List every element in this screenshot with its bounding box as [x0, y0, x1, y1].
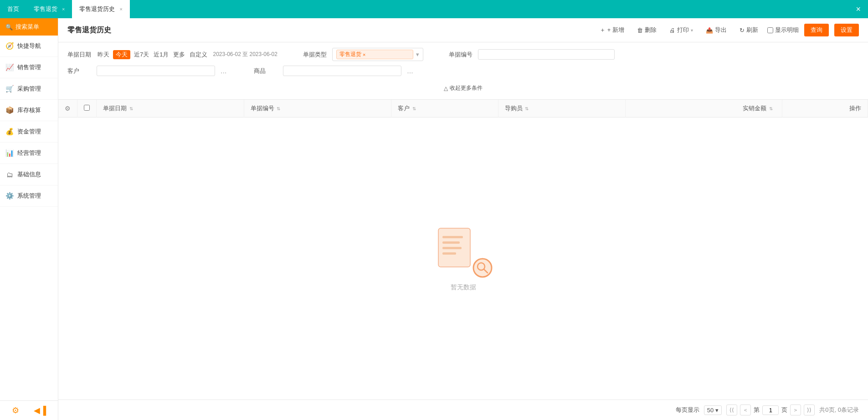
page-jump-label: 第 [754, 406, 760, 414]
main-layout: 🔍 搜索菜单 🧭 快捷导航 📈 销售管理 🛒 采购管理 📦 库存核算 💰 资金管… [0, 18, 868, 420]
collapse-button[interactable]: △ 收起更多条件 [444, 82, 483, 94]
shortcut-custom[interactable]: 自定义 [189, 50, 208, 59]
sidebar-item-operations[interactable]: 📊 经营管理 [0, 143, 58, 164]
page-title: 零售退货历史 [67, 26, 111, 35]
last-page-button[interactable]: ⟩⟩ [804, 405, 815, 415]
sidebar-item-basic-info[interactable]: 🗂 基础信息 [0, 164, 58, 185]
tab-close-retail-return-history[interactable]: × [119, 6, 122, 12]
th-operations: 操作 [782, 100, 868, 118]
svg-rect-3 [442, 247, 462, 249]
sidebar: 🔍 搜索菜单 🧭 快捷导航 📈 销售管理 🛒 采购管理 📦 库存核算 💰 资金管… [0, 18, 58, 420]
filter-row-1: 单据日期 昨天 今天 近7天 近1月 更多 自定义 2023-06-02 至 2… [67, 48, 859, 61]
tab-label: 首页 [7, 5, 19, 13]
new-label: + 新增 [607, 26, 624, 34]
empty-icon-container [436, 226, 491, 276]
tab-close-retail-return[interactable]: × [62, 6, 65, 12]
customer-ellipsis[interactable]: ... [219, 67, 228, 75]
header-actions: ＋ + 新增 🗑 删除 🖨 打印 ▾ 📤 导出 ↻ [596, 24, 859, 36]
page-size-select[interactable]: 50 ▾ [704, 405, 722, 415]
th-settings: ⚙ [58, 100, 77, 118]
print-button[interactable]: 🖨 打印 ▾ [666, 24, 697, 36]
sidebar-item-purchase-mgmt[interactable]: 🛒 采购管理 [0, 78, 58, 100]
customer-filter: 客户 ... [67, 66, 228, 76]
tab-retail-return[interactable]: 零售退货× [26, 0, 72, 18]
empty-search-svg [472, 257, 493, 278]
table-gear-icon[interactable]: ⚙ [65, 105, 71, 112]
sidebar-item-system-mgmt[interactable]: ⚙️ 系统管理 [0, 185, 58, 207]
new-button[interactable]: ＋ + 新增 [596, 24, 628, 36]
page-size-label: 每页显示 [676, 406, 699, 414]
number-input[interactable] [478, 49, 615, 60]
date-range-display: 2023-06-02 至 2023-06-02 [213, 51, 277, 58]
sidebar-item-label-inventory: 库存核算 [17, 106, 41, 114]
sidebar-item-finance[interactable]: 💰 资金管理 [0, 121, 58, 143]
export-label: 导出 [715, 26, 727, 34]
empty-state: 暂无数据 [58, 118, 868, 400]
sidebar-bottom: ⚙ ◀▐ [0, 400, 58, 420]
select-all-checkbox[interactable] [84, 105, 90, 111]
filter-area: 单据日期 昨天 今天 近7天 近1月 更多 自定义 2023-06-02 至 2… [58, 42, 868, 100]
display-checkbox[interactable] [767, 27, 773, 33]
sidebar-item-quick-nav[interactable]: 🧭 快捷导航 [0, 36, 58, 57]
tab-retail-return-history[interactable]: 零售退货历史× [72, 0, 129, 18]
prev-page-button[interactable]: ＜ [740, 405, 751, 415]
tab-home[interactable]: 首页 [0, 0, 26, 18]
date-shortcuts: 昨天 今天 近7天 近1月 更多 自定义 2023-06-02 至 2023-0… [97, 50, 277, 59]
shortcut-today[interactable]: 今天 [113, 50, 130, 59]
svg-rect-2 [442, 241, 460, 244]
export-button[interactable]: 📤 导出 [702, 24, 730, 36]
window-close-button[interactable]: × [856, 5, 868, 14]
sidebar-item-inventory[interactable]: 📦 库存核算 [0, 100, 58, 121]
setting-button[interactable]: 设置 [834, 24, 859, 36]
data-table: ⚙ 单据日期 ⇅ 单据编号 ⇅ [58, 100, 868, 118]
filter-row-2: 客户 ... 商品 ... [67, 66, 859, 76]
type-dropdown-icon: ▾ [416, 51, 419, 58]
goods-filter: 商品 ... [254, 66, 415, 76]
page-number-input[interactable] [762, 405, 779, 415]
refresh-button[interactable]: ↻ 刷新 [736, 24, 762, 36]
tab-label: 零售退货 [34, 5, 57, 13]
display-toggle[interactable]: 显示明细 [767, 26, 799, 34]
type-tag-close[interactable]: × [363, 52, 365, 57]
shortcut-7days[interactable]: 近7天 [133, 50, 150, 59]
customer-filter-label: 客户 [67, 67, 93, 75]
th-amount-label: 实销金额 [743, 105, 766, 112]
sidebar-item-label-sales-mgmt: 销售管理 [17, 63, 41, 72]
collapse-icon: △ [444, 85, 448, 92]
th-customer-sort-icon: ⇅ [412, 106, 416, 111]
collapse-label: 收起更多条件 [450, 84, 483, 92]
sales-mgmt-icon: 📈 [5, 63, 14, 72]
th-date-sort-icon: ⇅ [129, 106, 133, 111]
customer-input[interactable] [97, 66, 215, 76]
sidebar-item-label-basic-info: 基础信息 [17, 170, 41, 179]
query-button[interactable]: 查询 [804, 24, 829, 36]
shortcut-more[interactable]: 更多 [172, 50, 186, 59]
pagination-bar: 每页显示 50 ▾ ⟨⟨ ＜ 第 页 ＞ ⟩⟩ 共0页, 0条记录 [58, 400, 868, 420]
sidebar-item-label-purchase-mgmt: 采购管理 [17, 85, 41, 93]
th-checkbox-col [77, 100, 97, 118]
sidebar-item-sales-mgmt[interactable]: 📈 销售管理 [0, 57, 58, 78]
delete-button[interactable]: 🗑 删除 [633, 24, 660, 36]
th-customer: 客户 ⇅ [391, 100, 498, 118]
date-filter: 单据日期 昨天 今天 近7天 近1月 更多 自定义 2023-06-02 至 2… [67, 50, 277, 59]
basic-info-icon: 🗂 [5, 170, 14, 179]
shortcut-1month[interactable]: 近1月 [153, 50, 169, 59]
table-header-row: ⚙ 单据日期 ⇅ 单据编号 ⇅ [58, 100, 868, 118]
first-page-button[interactable]: ⟨⟨ [726, 405, 737, 415]
svg-point-5 [473, 259, 492, 277]
finance-icon: 💰 [5, 128, 14, 136]
date-filter-label: 单据日期 [67, 51, 93, 59]
goods-ellipsis[interactable]: ... [405, 67, 415, 75]
type-select[interactable]: 零售退货 × ▾ [332, 48, 423, 61]
type-tag-label: 零售退货 [339, 51, 361, 58]
display-label: 显示明细 [775, 26, 799, 34]
sidebar-search[interactable]: 🔍 搜索菜单 [0, 18, 58, 36]
next-page-button[interactable]: ＞ [790, 405, 801, 415]
goods-input[interactable] [283, 66, 401, 76]
th-date: 单据日期 ⇅ [97, 100, 244, 118]
speaker-icon[interactable]: ◀▐ [34, 405, 46, 415]
settings-icon[interactable]: ⚙ [12, 405, 19, 415]
shortcut-yesterday[interactable]: 昨天 [97, 50, 110, 59]
svg-rect-1 [442, 236, 463, 238]
collapse-bar: △ 收起更多条件 [67, 81, 859, 94]
